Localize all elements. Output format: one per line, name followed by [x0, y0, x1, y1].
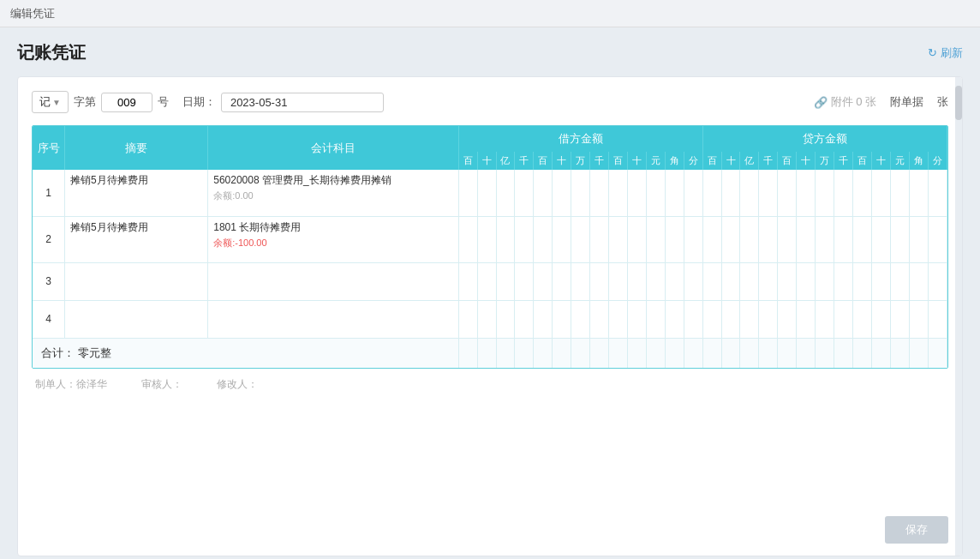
cell-debit-2-2[interactable]: [477, 216, 496, 262]
cell-credit-2-3[interactable]: [740, 216, 759, 262]
cell-summary-4[interactable]: [65, 300, 208, 338]
cell-summary-3[interactable]: [65, 262, 208, 300]
voucher-type-select[interactable]: 记 ▼: [32, 91, 69, 113]
cell-account-1[interactable]: 56020008 管理费用_长期待摊费用摊销余额:0.00: [208, 170, 458, 216]
cell-debit-4-5[interactable]: [534, 300, 553, 338]
cell-credit-3-3[interactable]: [740, 262, 759, 300]
cell-credit-4-9[interactable]: [853, 300, 872, 338]
cell-credit-1-10[interactable]: [871, 170, 890, 216]
cell-debit-3-7[interactable]: [571, 262, 590, 300]
cell-credit-4-4[interactable]: [759, 300, 778, 338]
cell-debit-1-3[interactable]: [496, 170, 515, 216]
cell-credit-1-8[interactable]: [834, 170, 853, 216]
cell-debit-3-9[interactable]: [609, 262, 628, 300]
cell-debit-1-9[interactable]: [609, 170, 628, 216]
cell-credit-4-3[interactable]: [740, 300, 759, 338]
cell-credit-2-2[interactable]: [721, 216, 740, 262]
cell-credit-1-2[interactable]: [721, 170, 740, 216]
cell-credit-2-9[interactable]: [853, 216, 872, 262]
cell-debit-4-3[interactable]: [496, 300, 515, 338]
scrollbar-thumb[interactable]: [955, 86, 962, 120]
attach-doc-button[interactable]: 附单据: [890, 94, 923, 110]
cell-credit-3-8[interactable]: [834, 262, 853, 300]
cell-debit-4-6[interactable]: [553, 300, 571, 338]
cell-credit-3-5[interactable]: [778, 262, 797, 300]
cell-credit-4-5[interactable]: [778, 300, 797, 338]
cell-credit-3-4[interactable]: [759, 262, 778, 300]
cell-credit-1-9[interactable]: [853, 170, 872, 216]
cell-credit-1-12[interactable]: [909, 170, 928, 216]
cell-debit-3-2[interactable]: [477, 262, 496, 300]
cell-debit-3-11[interactable]: [646, 262, 665, 300]
cell-debit-1-11[interactable]: [646, 170, 665, 216]
cell-credit-3-7[interactable]: [816, 262, 834, 300]
cell-debit-3-12[interactable]: [665, 262, 684, 300]
cell-debit-4-12[interactable]: [665, 300, 684, 338]
cell-debit-3-3[interactable]: [496, 262, 515, 300]
cell-credit-4-10[interactable]: [871, 300, 890, 338]
cell-credit-1-7[interactable]: [816, 170, 834, 216]
cell-credit-4-12[interactable]: [909, 300, 928, 338]
cell-credit-3-9[interactable]: [853, 262, 872, 300]
cell-credit-3-1[interactable]: [702, 262, 721, 300]
cell-debit-4-7[interactable]: [571, 300, 590, 338]
date-input[interactable]: [221, 93, 384, 112]
cell-credit-4-7[interactable]: [816, 300, 834, 338]
cell-debit-2-8[interactable]: [590, 216, 609, 262]
cell-debit-4-8[interactable]: [590, 300, 609, 338]
cell-debit-2-11[interactable]: [646, 216, 665, 262]
cell-credit-1-3[interactable]: [740, 170, 759, 216]
cell-credit-3-11[interactable]: [890, 262, 909, 300]
cell-debit-2-6[interactable]: [553, 216, 571, 262]
cell-debit-1-4[interactable]: [515, 170, 534, 216]
cell-account-3[interactable]: [208, 262, 458, 300]
cell-credit-2-1[interactable]: [702, 216, 721, 262]
cell-debit-3-10[interactable]: [627, 262, 646, 300]
cell-debit-1-10[interactable]: [627, 170, 646, 216]
cell-credit-1-11[interactable]: [890, 170, 909, 216]
cell-debit-1-12[interactable]: [665, 170, 684, 216]
cell-credit-1-13[interactable]: [928, 170, 947, 216]
voucher-number-input[interactable]: [101, 93, 152, 112]
cell-credit-2-5[interactable]: [778, 216, 797, 262]
refresh-button[interactable]: ↻ 刷新: [928, 45, 963, 61]
cell-credit-1-6[interactable]: [797, 170, 816, 216]
cell-debit-4-13[interactable]: [684, 300, 702, 338]
cell-debit-4-9[interactable]: [609, 300, 628, 338]
cell-debit-4-2[interactable]: [477, 300, 496, 338]
cell-debit-2-7[interactable]: [571, 216, 590, 262]
cell-credit-2-6[interactable]: [797, 216, 816, 262]
cell-debit-1-1[interactable]: [458, 170, 477, 216]
cell-debit-4-10[interactable]: [627, 300, 646, 338]
cell-credit-2-10[interactable]: [871, 216, 890, 262]
cell-debit-2-5[interactable]: [534, 216, 553, 262]
cell-account-4[interactable]: [208, 300, 458, 338]
save-button[interactable]: 保存: [885, 516, 948, 544]
scrollbar-track[interactable]: [955, 77, 962, 556]
cell-debit-4-11[interactable]: [646, 300, 665, 338]
cell-credit-2-4[interactable]: [759, 216, 778, 262]
cell-debit-2-12[interactable]: [665, 216, 684, 262]
cell-credit-4-6[interactable]: [797, 300, 816, 338]
cell-credit-4-11[interactable]: [890, 300, 909, 338]
cell-debit-3-8[interactable]: [590, 262, 609, 300]
cell-credit-2-13[interactable]: [928, 216, 947, 262]
cell-debit-2-3[interactable]: [496, 216, 515, 262]
cell-credit-3-6[interactable]: [797, 262, 816, 300]
cell-credit-4-2[interactable]: [721, 300, 740, 338]
cell-credit-4-8[interactable]: [834, 300, 853, 338]
cell-debit-1-7[interactable]: [571, 170, 590, 216]
cell-debit-3-4[interactable]: [515, 262, 534, 300]
cell-debit-2-9[interactable]: [609, 216, 628, 262]
cell-debit-1-5[interactable]: [534, 170, 553, 216]
cell-debit-4-1[interactable]: [458, 300, 477, 338]
cell-credit-2-7[interactable]: [816, 216, 834, 262]
cell-debit-3-13[interactable]: [684, 262, 702, 300]
cell-credit-2-8[interactable]: [834, 216, 853, 262]
cell-debit-2-1[interactable]: [458, 216, 477, 262]
cell-credit-4-1[interactable]: [702, 300, 721, 338]
cell-credit-3-2[interactable]: [721, 262, 740, 300]
cell-credit-4-13[interactable]: [928, 300, 947, 338]
cell-debit-4-4[interactable]: [515, 300, 534, 338]
cell-account-2[interactable]: 1801 长期待摊费用余额:-100.00: [208, 216, 458, 262]
